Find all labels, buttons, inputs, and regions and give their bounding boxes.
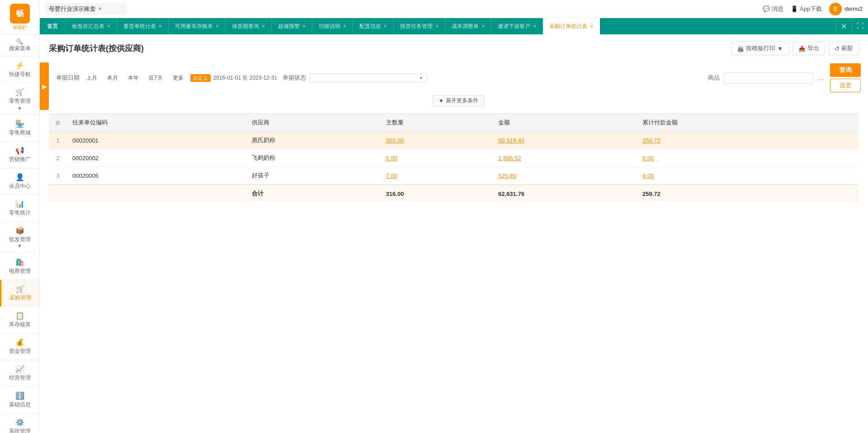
expand-row: ▼ 展开更多条件: [56, 92, 861, 109]
row-amount[interactable]: 1,586.52: [493, 149, 637, 167]
close-icon[interactable]: ×: [533, 24, 536, 29]
tab-order-stats[interactable]: 要货单统计表 ×: [117, 18, 169, 34]
tab-maximize-button[interactable]: ⛶: [852, 18, 868, 34]
close-icon[interactable]: ×: [590, 24, 593, 29]
expand-arrow-icon: ▼: [439, 98, 444, 104]
message-icon: 💬: [763, 5, 770, 12]
expand-button[interactable]: ▼ 展开更多条件: [433, 95, 484, 106]
page-title: 采购订单统计表(按供应商): [49, 43, 144, 54]
table-container: ⚙ 往来单位编码 供应商 主数量 金额 累计付款金额 1 00020001 惠氏…: [40, 114, 868, 202]
row-paid[interactable]: 0.00: [637, 167, 816, 185]
row-qty[interactable]: 303.00: [381, 132, 493, 149]
message-label: 消息: [772, 5, 783, 13]
sidebar-item-quick-nav[interactable]: ⚡ 快捷导航: [0, 57, 39, 83]
stats-icon: 📊: [15, 200, 24, 208]
goods-input[interactable]: [723, 72, 814, 84]
app-download-button[interactable]: 📱 App下载: [791, 5, 822, 13]
sidebar-item-retail-stats[interactable]: 📊 零售统计: [0, 195, 39, 222]
sidebar-item-marketing[interactable]: 📢 营销推广: [0, 142, 39, 168]
tab-close-all-button[interactable]: ✕: [835, 18, 852, 34]
tab-config[interactable]: 配置信息 ×: [353, 18, 394, 34]
tab-purchase-order-stats[interactable]: 采购订单统计表 ×: [543, 18, 600, 34]
sidebar-item-label: 经营管理: [9, 374, 31, 382]
close-icon[interactable]: ×: [481, 24, 485, 29]
tab-stock-summary[interactable]: 收发存汇总表 ×: [66, 18, 117, 34]
date-last-month-btn[interactable]: 上月: [82, 73, 101, 83]
row-qty[interactable]: 7.00: [381, 167, 493, 185]
column-qty-header: 主数量: [381, 114, 493, 132]
table-row[interactable]: 1 00020001 惠氏奶粉 303.00 60,519.44 259.72: [49, 132, 859, 149]
sidebar-item-inventory[interactable]: 📋 库存核算: [0, 307, 39, 333]
sidebar-item-ecommerce[interactable]: 🛍️ 电商管理: [0, 253, 39, 280]
refresh-label: 刷新: [841, 44, 853, 52]
date-7days-btn[interactable]: 近7天: [145, 73, 167, 83]
sidebar-item-label: 营销推广: [9, 156, 31, 163]
tab-expiry[interactable]: 保质期查询 ×: [226, 18, 272, 34]
goods-more-icon[interactable]: …: [817, 74, 825, 82]
column-settings-icon[interactable]: ⚙: [49, 114, 67, 132]
settings-button[interactable]: 设置: [830, 79, 861, 92]
table-row[interactable]: 3 00020005 好孩子 7.00 525.80 0.00: [49, 167, 859, 185]
footer-empty: [49, 185, 67, 202]
sidebar-item-label: 会员中心: [9, 182, 31, 190]
date-this-year-btn[interactable]: 本年: [124, 73, 143, 83]
close-icon[interactable]: ×: [216, 24, 219, 29]
tab-home[interactable]: 首页: [40, 18, 66, 34]
sidebar-item-finance[interactable]: 💰 资金管理: [0, 333, 39, 360]
wholesale-icon: 📦: [15, 226, 24, 235]
tab-home-label: 首页: [47, 23, 58, 30]
close-icon[interactable]: ×: [384, 24, 387, 29]
row-number: 1: [49, 132, 67, 149]
row-supplier: 惠氏奶粉: [246, 132, 380, 149]
print-button[interactable]: 🖨️ 按模板打印 ▼: [731, 42, 789, 55]
date-this-month-btn[interactable]: 本月: [103, 73, 122, 83]
query-button[interactable]: 查询: [830, 63, 861, 77]
close-icon[interactable]: ×: [159, 24, 162, 29]
refresh-button[interactable]: ↺ 刷新: [829, 42, 859, 55]
tab-cost-adjust[interactable]: 成本调整单 ×: [445, 18, 491, 34]
workspace-selector[interactable]: 母婴行业演示账套 ▼: [45, 3, 127, 15]
date-more-btn[interactable]: 更多: [169, 73, 188, 83]
user-profile[interactable]: E demo2: [829, 3, 863, 15]
status-select[interactable]: ▼: [310, 73, 427, 83]
sidebar-item-retail-shop[interactable]: 🏪 零售商城: [0, 115, 39, 142]
tab-label: 可用量库存账本: [175, 23, 213, 30]
row-paid[interactable]: 259.72: [637, 132, 816, 149]
content-area: 采购订单统计表(按供应商) 🖨️ 按模板打印 ▼ 📤 导出 ↺ 刷新 ▶: [40, 34, 868, 433]
filter-toggle-button[interactable]: ▶: [40, 62, 49, 110]
tab-pick-task[interactable]: 拣货任务管理 ×: [394, 18, 445, 34]
export-button[interactable]: 📤 导出: [793, 42, 825, 55]
close-icon[interactable]: ×: [343, 24, 346, 29]
sidebar-item-operation[interactable]: 📈 经营管理: [0, 360, 39, 387]
sidebar-item-purchase[interactable]: 🛒 采购管理: [0, 280, 39, 307]
close-icon[interactable]: ×: [302, 24, 306, 29]
row-amount[interactable]: 60,519.44: [493, 132, 637, 149]
row-paid[interactable]: 0.00: [637, 149, 816, 167]
close-icon[interactable]: ×: [107, 24, 110, 29]
sidebar-item-search[interactable]: 🔍 搜索菜单: [0, 35, 39, 57]
row-qty[interactable]: 6.00: [381, 149, 493, 167]
close-icon[interactable]: ×: [262, 24, 265, 29]
tab-function-desc[interactable]: 功能说明 ×: [312, 18, 353, 34]
tabbar-actions: ✕ ⛶: [835, 18, 868, 34]
tab-invite-downstream[interactable]: 邀请下游客户 ×: [491, 18, 543, 34]
status-filter-label: 单据状态: [283, 74, 306, 82]
message-button[interactable]: 💬 消息: [763, 5, 783, 13]
sidebar-item-label: 采购管理: [9, 294, 31, 302]
marketing-icon: 📢: [15, 146, 24, 155]
sidebar-item-system[interactable]: ⚙️ 系统管理: [0, 414, 39, 433]
sidebar-item-retail[interactable]: 🛒 零售管理 ▲: [0, 83, 39, 115]
print-arrow-icon: ▼: [777, 45, 783, 52]
close-icon[interactable]: ×: [435, 24, 439, 29]
table-footer-row: 合计 316.00 62,631.76 259.72: [49, 185, 859, 202]
table-row[interactable]: 2 00020002 飞鹤奶粉 6.00 1,586.52 0.00: [49, 149, 859, 167]
tab-overstock[interactable]: 超储预警 ×: [272, 18, 312, 34]
sidebar-item-wholesale[interactable]: 📦 批发管理 ▼: [0, 222, 39, 253]
column-supplier-header: 供应商: [246, 114, 380, 132]
tab-inventory-book[interactable]: 可用量库存账本 ×: [169, 18, 226, 34]
sidebar-item-base-info[interactable]: ℹ️ 基础信息: [0, 387, 39, 414]
avatar: E: [829, 3, 842, 15]
sidebar-item-member[interactable]: 👤 会员中心: [0, 168, 39, 195]
row-amount[interactable]: 525.80: [493, 167, 637, 185]
purchase-icon: 🛒: [16, 285, 25, 293]
